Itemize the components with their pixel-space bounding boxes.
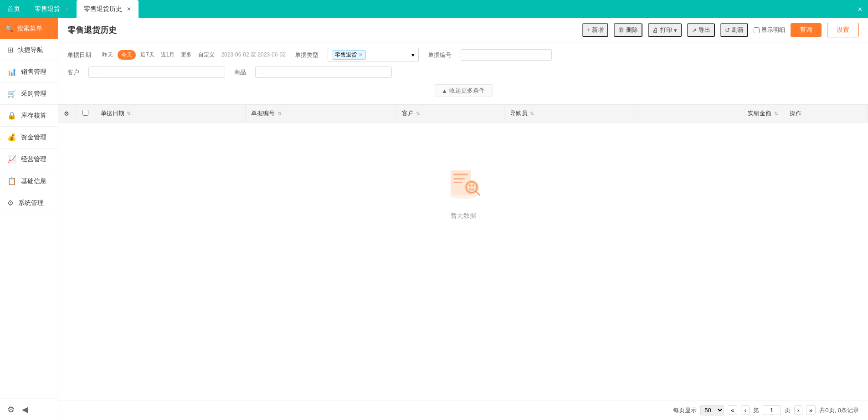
th-date[interactable]: 单据日期 ⇅ [95,105,246,123]
content-area: 零售退货历史 + 新增 🗑 删除 🖨 打印 ▾ ↗ 导出 ↺ 刷新 [58,18,868,420]
th-customer[interactable]: 客户 ⇅ [396,105,504,123]
sidebar-search-label: 搜索菜单 [17,25,42,33]
date-filter-label: 单据日期 [67,51,91,59]
table-header-row: ⚙ 单据日期 ⇅ 单据编号 ⇅ 客户 [58,105,868,123]
tab-retail-return-history-close[interactable]: ✕ [127,6,131,12]
add-button[interactable]: + 新增 [582,23,608,37]
th-checkbox[interactable] [77,105,95,123]
date-btn-custom[interactable]: 自定义 [196,50,216,60]
date-btn-more[interactable]: 更多 [179,50,194,60]
show-detail-toggle[interactable]: 显示明细 [754,26,785,34]
sidebar-item-operations-label: 经营管理 [21,155,46,164]
sidebar-item-base-info-label: 基础信息 [21,177,46,185]
th-number[interactable]: 单据编号 ⇅ [246,105,396,123]
export-button[interactable]: ↗ 导出 [687,23,715,37]
export-icon: ↗ [692,27,697,34]
sales-icon: 📊 [7,67,16,76]
type-tag-value: 零售退货 [335,51,357,59]
sort-customer-icon: ⇅ [416,111,420,116]
sidebar-item-inventory-label: 库存核算 [21,112,46,120]
refresh-button[interactable]: ↺ 刷新 [720,23,748,37]
tab-retail-return[interactable]: 零售退货 ✕ [27,0,77,18]
sidebar-item-system[interactable]: ⚙ 系统管理 [0,192,58,214]
filter-area: 单据日期 昨天 今天 近7天 近1月 更多 自定义 2023-06-02 至 2… [58,42,868,105]
operations-icon: 📈 [7,155,16,164]
type-tag: 零售退货 ✕ [332,50,366,60]
sidebar: 🔍 搜索菜单 ⊞ 快捷导航 📊 销售管理 🛒 采购管理 🔒 库存核算 💰 资金管… [0,18,58,420]
finance-icon: 💰 [7,133,16,142]
table-container: ⚙ 单据日期 ⇅ 单据编号 ⇅ 客户 [58,105,868,400]
sidebar-item-purchase-mgmt[interactable]: 🛒 采购管理 [0,83,58,105]
page-label-pre: 第 [753,406,759,415]
collapse-icon: ▲ [442,87,447,94]
print-label: 打印 [660,26,672,34]
base-info-icon: 📋 [7,177,16,185]
per-page-select[interactable]: 10 20 50 100 [700,405,724,415]
svg-rect-3 [453,178,465,179]
refresh-icon: ↺ [725,27,730,34]
date-range-display: 2023-06-02 至 2023-06-02 [221,51,285,59]
date-buttons: 昨天 今天 近7天 近1月 更多 自定义 2023-06-02 至 2023-0… [100,50,286,60]
show-detail-label: 显示明细 [761,26,785,34]
page-title: 零售退货历史 [67,25,577,36]
per-page-label: 每页显示 [673,406,697,415]
sidebar-item-operations[interactable]: 📈 经营管理 [0,149,58,170]
refresh-label: 刷新 [732,26,744,34]
next-page-btn[interactable]: › [794,405,802,415]
print-button[interactable]: 🖨 打印 ▾ [648,23,682,37]
customer-placeholder: ... [92,69,98,76]
empty-icon [441,159,486,205]
th-guide[interactable]: 导购员 ⇅ [504,105,633,123]
svg-point-8 [469,184,471,186]
voucher-input[interactable] [461,49,552,61]
page-header: 零售退货历史 + 新增 🗑 删除 🖨 打印 ▾ ↗ 导出 ↺ 刷新 [58,18,868,42]
th-action: 操作 [784,105,868,123]
sidebar-item-purchase-label: 采购管理 [21,90,46,98]
th-amount[interactable]: 实销金额 ⇅ [633,105,784,123]
date-btn-7days[interactable]: 近7天 [139,50,156,60]
window-close-btn[interactable]: ✕ [858,6,868,13]
goods-select[interactable]: ... [255,67,392,78]
sidebar-item-base-info[interactable]: 📋 基础信息 [0,170,58,192]
empty-text: 暂无数据 [451,212,476,220]
last-page-btn[interactable]: » [806,405,816,415]
export-label: 导出 [699,26,710,34]
type-tag-remove[interactable]: ✕ [359,52,363,58]
date-btn-today[interactable]: 今天 [118,50,136,60]
show-detail-checkbox[interactable] [754,27,760,33]
filter-row-1: 单据日期 昨天 今天 近7天 近1月 更多 自定义 2023-06-02 至 2… [67,48,859,62]
first-page-btn[interactable]: « [728,405,737,415]
sort-guide-icon: ⇅ [530,111,534,116]
date-btn-yesterday[interactable]: 昨天 [100,50,115,60]
sidebar-item-inventory[interactable]: 🔒 库存核算 [0,105,58,127]
collapse-sidebar-icon[interactable]: ◀ [22,405,28,415]
customer-select[interactable]: ... [88,67,225,78]
sidebar-item-finance[interactable]: 💰 资金管理 [0,127,58,149]
type-select[interactable]: 零售退货 ✕ ▾ [328,48,419,62]
system-icon: ⚙ [7,199,14,207]
sidebar-item-sales-mgmt[interactable]: 📊 销售管理 [0,61,58,83]
empty-state: 暂无数据 [58,123,868,256]
pagination: 每页显示 10 20 50 100 « ‹ 第 1 页 › » 共0页, 0条记… [58,400,868,420]
print-icon: 🖨 [652,27,658,34]
select-all-checkbox[interactable] [82,110,88,116]
settings-gear-icon[interactable]: ⚙ [7,405,15,415]
voucher-label: 单据编号 [428,51,452,59]
page-number-input[interactable]: 1 [763,405,781,415]
sidebar-search[interactable]: 🔍 搜索菜单 [0,18,58,39]
collapse-filter-btn[interactable]: ▲ 收起更多条件 [434,84,493,97]
sidebar-item-sales-label: 销售管理 [21,68,46,76]
tab-retail-return-close[interactable]: ✕ [65,6,69,12]
purchase-icon: 🛒 [7,89,16,98]
setting-button[interactable]: 设置 [827,23,859,37]
tab-retail-return-history[interactable]: 零售退货历史 ✕ [77,0,139,18]
prev-page-btn[interactable]: ‹ [741,405,749,415]
query-button[interactable]: 查询 [791,23,822,37]
collapse-label: 收起更多条件 [449,87,485,95]
date-btn-1month[interactable]: 近1月 [159,50,177,60]
th-settings[interactable]: ⚙ [58,105,77,123]
delete-button[interactable]: 🗑 删除 [614,23,642,37]
filter-row-2: 客户 ... 商品 ... [67,67,859,78]
tab-home[interactable]: 首页 [0,0,27,18]
sidebar-item-quick-nav[interactable]: ⊞ 快捷导航 [0,39,58,61]
